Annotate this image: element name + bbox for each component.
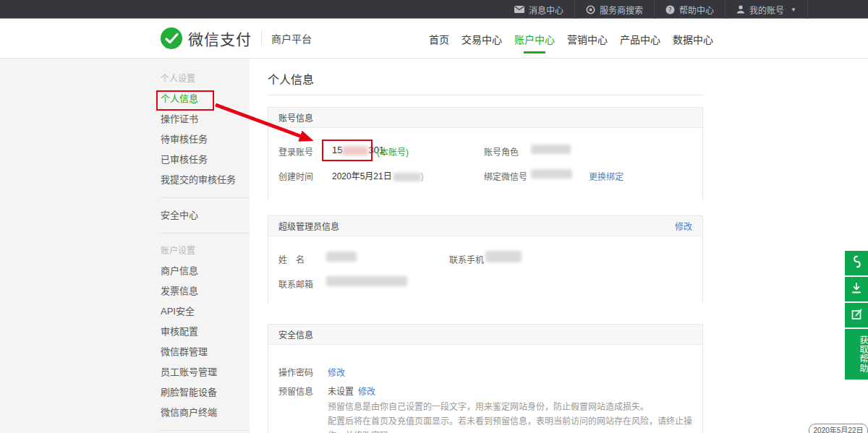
sidebar-item-pending-review-tasks[interactable]: 待审核任务 [161, 129, 250, 150]
bound-wechat-label: 绑定微信号 [484, 170, 527, 182]
search-icon [586, 5, 595, 14]
nav-product-center[interactable]: 产品中心 [620, 19, 660, 59]
nav-transaction-center[interactable]: 交易中心 [461, 19, 502, 59]
download-button[interactable] [845, 277, 868, 301]
phone-label: 联系手机 [449, 253, 484, 265]
nav-account-center[interactable]: 账户中心 [514, 19, 555, 59]
my-account-menu[interactable]: 我的账号 ▼ [725, 0, 808, 19]
reserved-edit-link[interactable]: 修改 [358, 385, 375, 397]
created-time-value: 2020年5月21日) [332, 169, 424, 181]
edit-icon [851, 308, 863, 323]
account-info-section: 账号信息 登录账号 15301 (本账号) 账号角色 创建时间 2020年5月2… [268, 107, 703, 201]
sidebar-item-api-security[interactable]: API安全 [161, 301, 250, 322]
sidebar-item-review-config[interactable]: 审核配置 [161, 322, 250, 342]
topbar: 消息中心 服务商搜索 ? 帮助中心 我的账号 ▼ [0, 0, 868, 19]
admin-info-title: 超级管理员信息 [278, 220, 339, 232]
main-content: 个人信息 账号信息 登录账号 15301 (本账号) 账号角色 创建时间 202… [250, 59, 868, 433]
nav-marketing-center[interactable]: 营销中心 [567, 19, 608, 59]
reserved-desc-line2: 配置后将在首页及充值页面显示。若未看到预留信息，表明当前访问的网站存在风险，请终… [328, 414, 704, 433]
title-divider [268, 95, 703, 95]
help-center-button[interactable]: ? 帮助中心 [654, 0, 725, 19]
download-icon [851, 282, 862, 297]
sidebar-group-personal-settings: 个人设置 [161, 69, 250, 89]
sidebar-item-merchant-info[interactable]: 商户信息 [161, 261, 250, 281]
page-title: 个人信息 [268, 70, 314, 87]
sp-search-button[interactable]: 服务商搜索 [574, 0, 654, 19]
header: 微信支付 商户平台 首页 交易中心 账户中心 营销中心 产品中心 数据中心 [0, 19, 868, 59]
date-tooltip: 2020年5月22日 [809, 424, 868, 433]
main-nav: 首页 交易中心 账户中心 营销中心 产品中心 数据中心 [429, 19, 713, 59]
sidebar-item-security-center[interactable]: 安全中心 [161, 205, 250, 226]
my-account-label: 我的账号 [749, 4, 784, 16]
help-center-label: 帮助中心 [679, 4, 714, 16]
logo-separator [261, 31, 262, 46]
floating-help-widget: 获取帮助 [845, 251, 868, 380]
sidebar-item-wechat-merchant-terminal[interactable]: 微信商户终端 [161, 403, 250, 423]
account-info-title: 账号信息 [278, 111, 313, 124]
portal-label: 商户平台 [271, 31, 312, 46]
reserved-status: 未设置 [328, 385, 354, 397]
mail-icon [514, 6, 524, 13]
sidebar-item-my-submitted-tasks[interactable]: 我提交的审核任务 [161, 170, 250, 190]
account-role-label: 账号角色 [484, 145, 519, 158]
sidebar-item-reviewed-tasks[interactable]: 已审核任务 [161, 150, 250, 170]
wechat-bubble-icon [161, 27, 182, 49]
admin-edit-link[interactable]: 修改 [675, 220, 692, 232]
redacted-phone [485, 251, 522, 262]
reserved-info-label: 预留信息 [278, 385, 313, 397]
operation-password-label: 操作密码 [278, 366, 313, 378]
sidebar-divider [161, 197, 250, 198]
sidebar-item-staff-account-mgmt[interactable]: 员工账号管理 [161, 362, 250, 382]
sidebar-item-invoice-info[interactable]: 发票信息 [161, 281, 250, 301]
sidebar-divider [161, 233, 250, 233]
user-icon [736, 5, 745, 14]
created-time-label: 创建时间 [278, 170, 313, 182]
rebind-link[interactable]: 更换绑定 [589, 170, 624, 182]
redacted-email [326, 276, 407, 286]
email-label: 联系邮箱 [278, 278, 313, 290]
sidebar-item-operation-certificate[interactable]: 操作证书 [161, 109, 250, 129]
name-label: 姓 名 [278, 253, 305, 265]
password-edit-link[interactable]: 修改 [328, 366, 345, 378]
redacted-account-role [531, 145, 571, 154]
redacted-wechat-id [531, 169, 572, 179]
message-center-label: 消息中心 [529, 4, 563, 16]
nav-data-center[interactable]: 数据中心 [673, 19, 713, 59]
sidebar-item-personal-info[interactable]: 个人信息 [161, 89, 250, 109]
admin-info-section: 超级管理员信息 修改 姓 名 联系手机 联系邮箱 [268, 215, 703, 304]
svg-text:?: ? [668, 6, 672, 13]
sp-search-label: 服务商搜索 [600, 4, 643, 16]
redacted-login-digits [342, 146, 368, 155]
logo-text: 微信支付 [188, 27, 252, 49]
nav-home[interactable]: 首页 [429, 19, 449, 59]
get-help-button[interactable]: 获取帮助 [845, 329, 868, 380]
reserved-desc-line1: 预留信息是由你自己设置的一段文字，用来鉴定网站身份，防止假冒网站造成损失。 [328, 400, 704, 414]
link-button[interactable] [845, 251, 868, 275]
redacted-name [326, 252, 357, 262]
message-center-button[interactable]: 消息中心 [503, 0, 574, 19]
security-info-title: 安全信息 [278, 328, 313, 340]
security-info-section: 安全信息 操作密码 修改 预留信息 未设置 修改 预留信息是由你自己设置的一段文… [268, 324, 703, 433]
sidebar: 个人设置 个人信息 操作证书 待审核任务 已审核任务 我提交的审核任务 安全中心… [0, 59, 250, 433]
login-account-label: 登录账号 [278, 145, 313, 158]
feedback-button[interactable] [845, 303, 868, 327]
sidebar-divider [161, 430, 250, 431]
sidebar-group-account-settings: 账户设置 [161, 241, 250, 261]
question-icon: ? [665, 5, 675, 14]
current-account-tag: (本账号) [377, 145, 409, 158]
sidebar-item-face-smart-device[interactable]: 刷脸智能设备 [161, 382, 250, 403]
chevron-down-icon: ▼ [791, 7, 796, 13]
sidebar-item-wechat-group-mgmt[interactable]: 微信群管理 [161, 342, 250, 362]
link-icon [850, 254, 863, 273]
wechat-pay-logo[interactable]: 微信支付 商户平台 [161, 27, 312, 49]
